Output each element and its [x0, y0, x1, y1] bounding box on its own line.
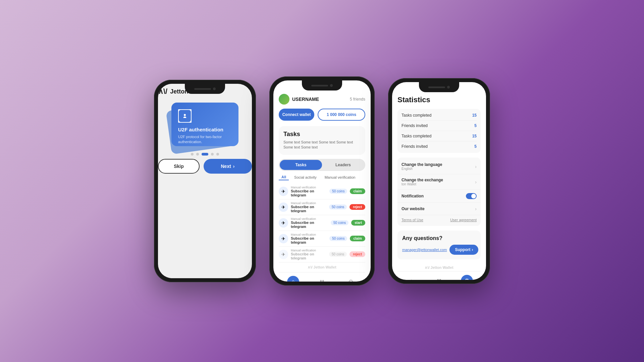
notification-title: Notification: [401, 194, 466, 198]
notch-dot-3: [447, 86, 450, 88]
exchange-text: Change the exchange ton Wallet: [401, 178, 475, 186]
telegram-icon-2: ✈: [279, 202, 288, 212]
stats-item-2: Friends invited 5: [401, 121, 477, 131]
nav-friends-3[interactable]: [433, 275, 445, 280]
scan-corner-bl: [178, 119, 182, 123]
phone2-content: USERNAME 5 friends Connect wallet 1 000 …: [273, 80, 371, 282]
support-arrow-icon: ›: [472, 247, 473, 252]
dot-5: [216, 153, 219, 156]
skip-button[interactable]: Skip: [158, 159, 200, 174]
terms-link[interactable]: Terms of Use: [401, 218, 423, 222]
phone2-screen: USERNAME 5 friends Connect wallet 1 000 …: [273, 80, 371, 282]
filter-social[interactable]: Social activity: [291, 174, 319, 180]
tabs-row: Tasks Leaders: [279, 159, 365, 171]
phone1-screen: ∧\/ Jetton Wallet: [158, 84, 252, 278]
task-info-4: Manual verification Subscribe on telegra…: [291, 233, 327, 244]
task-info-1: Manual verification Subscribe on telegra…: [291, 186, 327, 197]
language-title: Change the language: [401, 162, 475, 167]
action-buttons: Connect wallet 1 000 000 coins: [279, 109, 365, 121]
notch-bar-3: [428, 86, 445, 88]
exchange-sub: ton Wallet: [401, 182, 475, 186]
support-button[interactable]: Support ›: [449, 245, 478, 255]
tab-leaders[interactable]: Leaders: [322, 160, 364, 170]
website-title: Our website: [401, 206, 475, 211]
agreement-link[interactable]: User agreement: [450, 218, 477, 222]
nav-home-2[interactable]: ⌂: [287, 276, 299, 282]
claim-button-4[interactable]: claim: [350, 236, 365, 241]
stats-list: Tasks completed 15 Friends invited 5 Tas…: [397, 109, 481, 153]
stats-label-2: Friends invited: [401, 123, 428, 128]
task-item-4: ✈ Manual verification Subscribe on teleg…: [279, 231, 365, 247]
svg-point-0: [184, 114, 186, 116]
scan-corner-br: [187, 119, 192, 123]
nav-settings-3[interactable]: ⚙: [461, 275, 473, 280]
phone1-buttons: Skip Next ›: [158, 159, 252, 174]
notch-dot-2: [330, 84, 333, 87]
exchange-chevron-icon: ›: [475, 179, 477, 185]
user-avatar: [279, 94, 289, 105]
notification-toggle[interactable]: [466, 193, 477, 199]
nav-friends-2[interactable]: [316, 276, 328, 282]
questions-title: Any questions?: [402, 235, 476, 241]
filter-manual[interactable]: Manual verification: [322, 174, 358, 180]
website-text: Our website: [401, 206, 475, 211]
notch-bar-2: [311, 85, 328, 86]
phone2-footer: ∧\/ Jetton Wallet: [279, 262, 365, 272]
tab-tasks[interactable]: Tasks: [280, 160, 322, 170]
language-text: Change the language English: [401, 162, 475, 171]
stats-item-4: Friends invited 5: [401, 141, 477, 152]
filter-all[interactable]: All: [279, 174, 289, 180]
tasks-desc: Some text Some text Some text Some text …: [283, 140, 361, 150]
task-info-5: Manual verification Subscribe on telegra…: [291, 249, 326, 260]
stats-value-4: 5: [474, 144, 477, 149]
settings-list: Change the language English › Change the…: [397, 158, 481, 226]
language-chevron-icon: ›: [475, 164, 477, 169]
dot-3-active: [202, 153, 208, 156]
scan-icon: [178, 109, 192, 123]
settings-language[interactable]: Change the language English ›: [397, 159, 481, 174]
filter-row: All Social activity Manual verification: [279, 174, 365, 180]
stats-value-1: 15: [472, 113, 477, 118]
task-name-4: Subscribe on telegram: [291, 236, 327, 244]
start-button-3[interactable]: start: [351, 220, 365, 226]
stats-value-2: 5: [474, 123, 477, 128]
phone-onboarding: ∧\/ Jetton Wallet: [154, 80, 256, 282]
next-button[interactable]: Next ›: [204, 159, 252, 174]
stats-label-4: Friends invited: [401, 144, 428, 149]
questions-row: manager@jettonwallet.com Support ›: [402, 245, 476, 255]
reject-button-5[interactable]: reject: [350, 251, 365, 257]
dots-row: [158, 153, 252, 156]
coins-button[interactable]: 1 000 000 coins: [318, 109, 365, 121]
task-name-2: Subscribe on telegram: [291, 205, 326, 213]
card-area: U2F authentication U2F protocol for two-…: [158, 103, 252, 146]
phone-stats: Statistics Tasks completed 15 Friends in…: [388, 78, 490, 284]
task-item-2: ✈ Manual verification Subscribe on teleg…: [279, 199, 365, 215]
task-coins-4: 50 coins: [329, 236, 347, 241]
settings-exchange[interactable]: Change the exchange ton Wallet ›: [397, 174, 481, 190]
task-item: ✈ Manual verification Subscribe on teleg…: [279, 184, 365, 199]
phone3-footer: ∧\/ Jetton Wallet: [397, 264, 481, 271]
email-link[interactable]: manager@jettonwallet.com: [402, 248, 447, 252]
dot-1: [191, 153, 194, 156]
tasks-title: Tasks: [283, 131, 361, 138]
card-front: U2F authentication U2F protocol for two-…: [171, 103, 238, 146]
notch-1: [185, 84, 225, 94]
connect-wallet-button[interactable]: Connect wallet: [279, 109, 314, 121]
reject-button-2[interactable]: reject: [350, 204, 365, 210]
legal-row: Terms of Use User agreement: [397, 215, 481, 225]
user-row: USERNAME 5 friends: [279, 94, 365, 105]
telegram-icon-4: ✈: [279, 234, 288, 243]
u2f-icon: [182, 113, 188, 119]
notification-text: Notification: [401, 194, 466, 198]
stats-label-1: Tasks completed: [401, 113, 431, 118]
stats-item-1: Tasks completed 15: [401, 110, 477, 121]
settings-website[interactable]: Our website ›: [397, 203, 481, 215]
tasks-section: Tasks Some text Some text Some text Some…: [279, 126, 365, 155]
claim-button-1[interactable]: claim: [350, 188, 365, 194]
nav-settings-2[interactable]: ⚙: [345, 276, 357, 282]
settings-notification[interactable]: Notification: [397, 190, 481, 203]
phone1-content: ∧\/ Jetton Wallet: [158, 87, 252, 174]
friends-count: 5 friends: [350, 97, 365, 102]
nav-home-3[interactable]: ⌂: [405, 275, 417, 280]
questions-section: Any questions? manager@jettonwallet.com …: [397, 231, 481, 259]
